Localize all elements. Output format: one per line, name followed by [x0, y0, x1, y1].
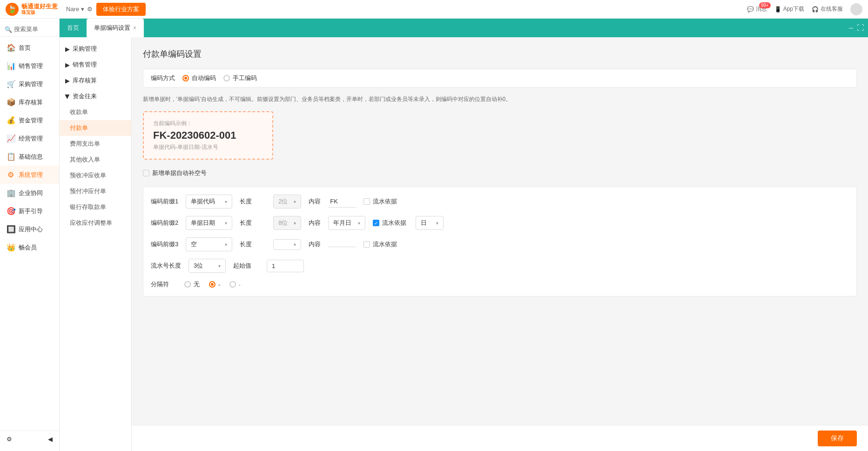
- start-value-input[interactable]: [267, 260, 304, 272]
- tab-settings[interactable]: 单据编码设置 ×: [87, 19, 144, 37]
- save-button[interactable]: 保存: [818, 431, 857, 446]
- cta-button[interactable]: 体验行业方案: [96, 3, 146, 16]
- form-section: 编码前缀1 单据代码 ▾ 长度 2位 ▾ 内容 FK: [143, 187, 857, 296]
- info-text: 新增单据时，'单据编码'自动生成，不可编辑。前缀设置为部门、业务员等档案类，开单…: [143, 95, 857, 104]
- separator-none-circle: [184, 281, 191, 288]
- auto-code-radio[interactable]: 自动编码: [182, 74, 216, 82]
- preview-label: 当前编码示例：: [153, 120, 263, 128]
- form-row-2: 编码前缀2 单据日期 ▾ 长度 8位 ▾ 内容: [151, 216, 849, 230]
- sidebar-search[interactable]: 🔍 搜索菜单: [0, 22, 59, 37]
- length1-input: 2位 ▾: [273, 195, 301, 209]
- sidebar-label-inventory: 库存核算: [19, 98, 43, 107]
- collapse-icon[interactable]: ◀: [48, 436, 53, 443]
- serial-length-select[interactable]: 3位 ▾: [188, 259, 226, 273]
- settings-bottom-icon[interactable]: ⚙: [7, 436, 12, 443]
- length2-input: 8位 ▾: [273, 216, 301, 230]
- sidebar-item-basic[interactable]: 📋 基础信息: [0, 148, 59, 166]
- stream1-label: 流水依据: [373, 197, 397, 206]
- length3-select[interactable]: ▾: [273, 239, 301, 250]
- sidebar-item-purchase[interactable]: 🛒 采购管理: [0, 75, 59, 93]
- prefix3-select[interactable]: 空 ▾: [186, 237, 232, 251]
- sidebar-label-operations: 经营管理: [19, 135, 43, 143]
- sidebar-item-sales[interactable]: 📊 销售管理: [0, 57, 59, 75]
- coding-method-bar: 编码方式 自动编码 手工编码: [143, 69, 857, 88]
- sidebar-item-enterprise[interactable]: 🏢 企业协同: [0, 184, 59, 202]
- sidebar-item-system[interactable]: ⚙ 系统管理: [0, 166, 59, 184]
- tab-home[interactable]: 首页: [60, 19, 87, 37]
- content-area: ▶ 采购管理 ▶ 销售管理 ▶ 库存核算: [60, 37, 868, 451]
- tab-settings-label: 单据编码设置: [94, 24, 130, 32]
- stream3-checkbox[interactable]: 流水依据: [363, 240, 397, 249]
- length2-arrow-icon: ▾: [294, 221, 296, 226]
- tab-home-label: 首页: [67, 24, 79, 32]
- separator-dash-label: -: [218, 281, 220, 288]
- page-wrapper: 付款单编码设置 编码方式 自动编码 手工编码: [132, 37, 868, 451]
- sidebar-item-home[interactable]: 🏠 首页: [0, 39, 59, 57]
- message-badge: 99+: [759, 2, 771, 8]
- sub-group-capital-title[interactable]: ▶ 资金往来: [60, 88, 131, 104]
- sub-group-inventory-title[interactable]: ▶ 库存核算: [60, 73, 131, 88]
- tab-close-icon[interactable]: ×: [133, 25, 136, 31]
- prefix2-value: 单据日期: [191, 219, 215, 227]
- user-avatar[interactable]: [850, 3, 862, 15]
- auto-fill-label: 新增单据自动补空号: [152, 169, 207, 177]
- app-download-btn[interactable]: 📱 App下载: [774, 5, 804, 13]
- service-icon: 🎧: [812, 6, 819, 13]
- prefix1-select[interactable]: 单据代码 ▾: [186, 195, 232, 209]
- separator-dot-circle: [229, 281, 236, 288]
- sidebar-item-apps[interactable]: 🔲 应用中心: [0, 220, 59, 238]
- stream2-checkbox[interactable]: ✓ 流水依据: [373, 219, 406, 227]
- sub-item-expense[interactable]: 费用支出单: [60, 136, 131, 152]
- sub-group-purchase-title[interactable]: ▶ 采购管理: [60, 41, 131, 57]
- stream1-checkbox[interactable]: 流水依据: [363, 197, 397, 206]
- sidebar-item-operations[interactable]: 📈 经营管理: [0, 129, 59, 148]
- sub-group-sales: ▶ 销售管理: [60, 57, 131, 73]
- form-row-1: 编码前缀1 单据代码 ▾ 长度 2位 ▾ 内容 FK: [151, 195, 849, 209]
- service-btn[interactable]: 🎧 在线客服: [812, 5, 843, 13]
- length2-value: 8位: [278, 219, 288, 227]
- prefix1-label: 编码前缀1: [151, 197, 178, 206]
- cycle2-select[interactable]: 日 ▾: [416, 216, 444, 230]
- sub-group-sales-title[interactable]: ▶ 销售管理: [60, 57, 131, 73]
- auto-fill-checkbox-box: [143, 170, 149, 176]
- content1-value: FK: [328, 195, 356, 208]
- sidebar-item-finance[interactable]: 💰 资金管理: [0, 111, 59, 129]
- message-btn[interactable]: 💬 消息 99+: [747, 5, 767, 13]
- nav-dropdown[interactable]: Nare ▾: [66, 6, 84, 13]
- dropdown-label: Nare: [66, 6, 79, 13]
- sub-item-prepay-receivable[interactable]: 预收冲应收单: [60, 168, 131, 183]
- serial-length-label: 流水号长度: [151, 262, 181, 270]
- separator-dot-radio[interactable]: ·: [229, 281, 241, 288]
- tab-minimize-btn[interactable]: –: [849, 24, 853, 32]
- separator-dash-radio[interactable]: -: [209, 281, 220, 288]
- page-content: 付款单编码设置 编码方式 自动编码 手工编码: [132, 37, 868, 425]
- separator-label: 分隔符: [151, 280, 177, 289]
- sub-item-other-income[interactable]: 其他收入单: [60, 152, 131, 168]
- content2-select[interactable]: 年月日 ▾: [328, 216, 365, 230]
- sub-item-receipt[interactable]: 收款单: [60, 104, 131, 120]
- main-content: 首页 单据编码设置 × – ⛶ ▶ 采购管理: [60, 19, 868, 451]
- settings-icon[interactable]: ⚙: [87, 6, 93, 13]
- manual-code-radio[interactable]: 手工编码: [223, 74, 257, 82]
- tab-maximize-btn[interactable]: ⛶: [857, 24, 864, 32]
- prefix3-value: 空: [191, 240, 197, 249]
- sub-item-receivable-adjust[interactable]: 应收应付调整单: [60, 215, 131, 231]
- brand-text: 畅通道好生意 珠宝版: [21, 3, 58, 16]
- sub-item-payment[interactable]: 付款单: [60, 120, 131, 136]
- brand-main: 畅通道好生意: [21, 3, 58, 10]
- system-icon: ⚙: [7, 170, 15, 179]
- sub-item-bank-deposit[interactable]: 银行存取款单: [60, 199, 131, 215]
- finance-icon: 💰: [7, 116, 15, 125]
- sidebar-item-inventory[interactable]: 📦 库存核算: [0, 93, 59, 111]
- preview-box: 当前编码示例： FK-20230602-001 单据代码-单据日期-流水号: [143, 111, 273, 160]
- sub-item-prepay-payment[interactable]: 预付冲应付单: [60, 183, 131, 199]
- sidebar-item-guide[interactable]: 🎯 新手引导: [0, 202, 59, 220]
- separator-none-radio[interactable]: 无: [184, 280, 200, 289]
- auto-fill-checkbox[interactable]: 新增单据自动补空号: [143, 169, 207, 177]
- sidebar-label-system: 系统管理: [19, 171, 43, 179]
- stream2-checkbox-box: ✓: [373, 220, 379, 226]
- sidebar-label-purchase: 采购管理: [19, 80, 43, 88]
- sidebar-label-guide: 新手引导: [19, 207, 43, 215]
- prefix2-select[interactable]: 单据日期 ▾: [186, 216, 232, 230]
- sidebar-item-member[interactable]: 👑 畅会员: [0, 238, 59, 256]
